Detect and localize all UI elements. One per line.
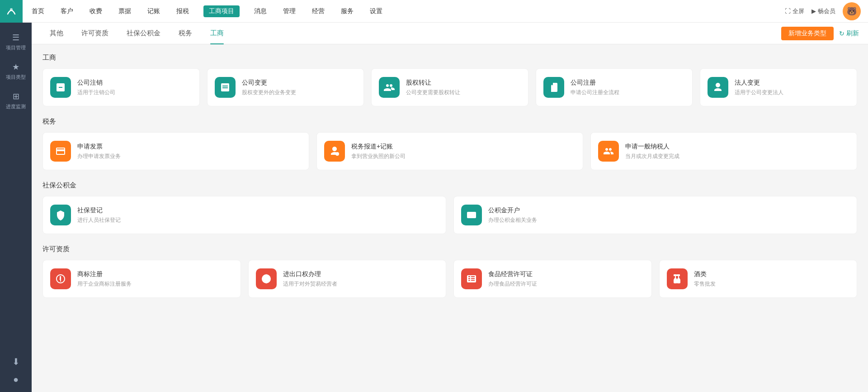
card-food-license[interactable]: 食品经营许可证办理食品经营许可证 <box>453 260 652 298</box>
card-tax-person[interactable]: 申请一般纳税人当月或次月成变更完成 <box>590 132 857 170</box>
section-工商: 工商公司注销适用于注销公司公司变更股权变更外的业务变更股权转让公司变更需要股权转… <box>42 53 857 106</box>
sub-tab-许可资质[interactable]: 许可资质 <box>72 23 118 44</box>
play-icon: ▶ <box>811 8 816 14</box>
nav-item-记账[interactable]: 记账 <box>146 7 162 15</box>
card-title: 公司注销 <box>77 79 192 87</box>
card-title: 公司注册 <box>571 79 685 87</box>
card-fund[interactable]: 公积金开户办理公积金相关业务 <box>453 196 857 234</box>
company-cancel-icon <box>50 77 71 98</box>
star-icon: ★ <box>12 62 19 72</box>
fullscreen-icon: ⛶ <box>785 8 791 14</box>
card-alcohol[interactable]: 酒类零售批发 <box>659 260 858 298</box>
card-trademark[interactable]: 商标注册用于企业商标注册服务 <box>42 260 241 298</box>
circle-icon[interactable]: ● <box>13 374 19 385</box>
fund-icon <box>461 205 482 225</box>
sub-tab-其他[interactable]: 其他 <box>41 23 72 44</box>
card-company-register[interactable]: 公司注册申请公司注册全流程 <box>536 68 693 106</box>
card-equity[interactable]: 股权转让公司变更需要股权转让 <box>371 68 528 106</box>
card-social-security[interactable]: 社保登记进行人员社保登记 <box>42 196 446 234</box>
card-desc: 当月或次月成变更完成 <box>625 153 849 160</box>
sidebar-item-label: 项目类型 <box>6 74 26 81</box>
nav-item-客户[interactable]: 客户 <box>59 7 75 15</box>
social-security-icon <box>50 205 71 225</box>
card-desc: 进行人员社保登记 <box>77 216 439 224</box>
card-info: 进出口权办理适用于对外贸易经营者 <box>283 270 439 288</box>
svg-point-6 <box>471 215 472 217</box>
card-desc: 公司变更需要股权转让 <box>406 89 521 96</box>
card-title: 食品经营许可证 <box>488 270 644 278</box>
card-info: 公司注销适用于注销公司 <box>77 79 192 96</box>
nav-item-设置[interactable]: 设置 <box>368 7 384 15</box>
card-info: 股权转让公司变更需要股权转让 <box>406 79 521 96</box>
card-title: 申请一般纳税人 <box>625 143 849 151</box>
nav-item-票据[interactable]: 票据 <box>117 7 133 15</box>
card-import-export[interactable]: 进出口权办理适用于对外贸易经营者 <box>248 260 447 298</box>
food-license-icon <box>461 268 482 289</box>
section-许可资质: 许可资质商标注册用于企业商标注册服务进出口权办理适用于对外贸易经营者食品经营许可… <box>42 245 857 298</box>
card-info: 公司注册申请公司注册全流程 <box>571 79 685 96</box>
card-desc: 办理申请发票业务 <box>77 153 302 160</box>
company-change-icon <box>215 77 236 98</box>
card-info: 社保登记进行人员社保登记 <box>77 206 439 224</box>
nav-item-首页[interactable]: 首页 <box>30 7 46 15</box>
sub-tabs-bar: 其他许可资质社保公积金税务工商 新增业务类型 ↻ 刷新 <box>32 23 868 44</box>
sidebar-item-project-type[interactable]: ★ 项目类型 <box>0 57 32 86</box>
svg-rect-9 <box>674 274 677 276</box>
card-title: 税务报道+记账 <box>351 143 576 151</box>
nav-item-收费[interactable]: 收费 <box>88 7 104 15</box>
card-title: 股权转让 <box>406 79 521 87</box>
content-scroll: 工商公司注销适用于注销公司公司变更股权变更外的业务变更股权转让公司变更需要股权转… <box>32 44 868 392</box>
card-desc: 申请公司注册全流程 <box>571 89 685 96</box>
nav-item-工商项目[interactable]: 工商项目 <box>203 5 240 17</box>
card-info: 公积金开户办理公积金相关业务 <box>488 206 849 224</box>
card-desc: 适用于对外贸易经营者 <box>283 280 439 288</box>
sub-tab-税务[interactable]: 税务 <box>170 23 201 44</box>
card-desc: 办理食品经营许可证 <box>488 280 644 288</box>
tab-actions: 新增业务类型 ↻ 刷新 <box>781 27 859 40</box>
vip-btn[interactable]: ▶ 畅会员 <box>811 7 835 15</box>
company-register-icon <box>543 77 564 98</box>
sub-tab-工商[interactable]: 工商 <box>201 23 233 44</box>
section-title: 许可资质 <box>42 245 857 253</box>
download-icon[interactable]: ⬇ <box>12 356 20 367</box>
section-title: 社保公积金 <box>42 181 857 190</box>
trademark-icon <box>50 268 71 289</box>
top-navigation: 首页客户收费票据记账报税工商项目消息管理经营服务设置 ⛶ 全屏 ▶ 畅会员 🐻 <box>0 0 868 23</box>
card-title: 公司变更 <box>242 79 357 87</box>
svg-point-0 <box>10 8 13 11</box>
card-title: 商标注册 <box>77 270 233 278</box>
card-legal-person[interactable]: 法人变更适用于公司变更法人 <box>700 68 857 106</box>
nav-item-服务[interactable]: 服务 <box>339 7 355 15</box>
sidebar-item-label: 进度监测 <box>6 103 26 110</box>
sidebar-item-progress-monitor[interactable]: ⊞ 进度监测 <box>0 86 32 115</box>
sub-tab-社保公积金[interactable]: 社保公积金 <box>118 23 170 44</box>
svg-point-2 <box>390 84 392 87</box>
invoice-icon <box>50 141 71 162</box>
card-title: 法人变更 <box>735 79 849 87</box>
nav-item-经营[interactable]: 经营 <box>310 7 326 15</box>
card-info: 申请发票办理申请发票业务 <box>77 143 302 160</box>
tax-report-icon: + <box>324 141 345 162</box>
fullscreen-btn[interactable]: ⛶ 全屏 <box>785 7 804 15</box>
nav-item-管理[interactable]: 管理 <box>281 7 297 15</box>
card-info: 法人变更适用于公司变更法人 <box>735 79 849 96</box>
sidebar-item-label: 项目管理 <box>6 44 26 51</box>
card-desc: 办理公积金相关业务 <box>488 216 849 224</box>
nav-item-消息[interactable]: 消息 <box>252 7 269 15</box>
card-desc: 适用于公司变更法人 <box>735 89 849 96</box>
sidebar-item-project-management[interactable]: ☰ 项目管理 <box>0 27 32 57</box>
card-invoice[interactable]: 申请发票办理申请发票业务 <box>42 132 309 170</box>
card-info: 酒类零售批发 <box>694 270 850 288</box>
mascot-avatar: 🐻 <box>843 2 861 20</box>
card-company-cancel[interactable]: 公司注销适用于注销公司 <box>42 68 200 106</box>
card-tax-report[interactable]: +税务报道+记账拿到营业执照的新公司 <box>316 132 583 170</box>
alcohol-icon <box>667 268 688 289</box>
card-company-change[interactable]: 公司变更股权变更外的业务变更 <box>207 68 364 106</box>
main-layout: ☰ 项目管理 ★ 项目类型 ⊞ 进度监测 ⬇ ● 其他许可资质社保公积金税务工商… <box>0 23 868 392</box>
svg-point-1 <box>386 84 389 87</box>
nav-item-报税[interactable]: 报税 <box>175 7 191 15</box>
refresh-button[interactable]: ↻ 刷新 <box>839 29 859 38</box>
card-info: 食品经营许可证办理食品经营许可证 <box>488 270 644 288</box>
add-business-type-button[interactable]: 新增业务类型 <box>781 27 834 40</box>
tax-person-icon <box>598 141 619 162</box>
